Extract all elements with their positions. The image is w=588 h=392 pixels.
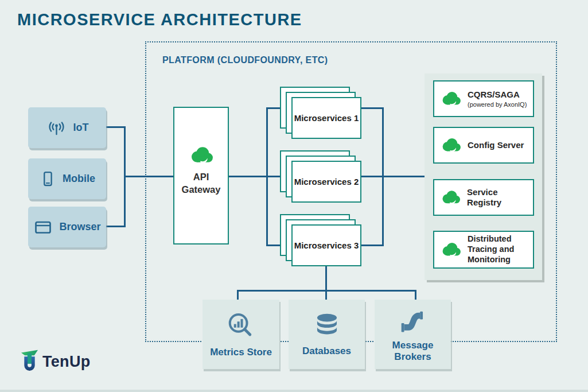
microservices-2-label: Microservices 2 (294, 177, 359, 187)
metrics-magnifier-icon (225, 311, 257, 343)
tenup-logo-text: TenUp (42, 353, 91, 371)
connector-stack3-down (325, 265, 327, 292)
service-card-service-registry: Service Registry (433, 179, 534, 216)
pipe-icon (398, 306, 429, 336)
connector-microservices-left-vertical (266, 107, 268, 246)
platform-label: PLATFORM (CLOUDFOUNDRY, ETC) (162, 55, 328, 65)
service-title: Distributed Tracing and Monitoring (468, 234, 529, 265)
infra-box-databases: Databases (289, 300, 365, 369)
mobile-phone-icon (39, 170, 56, 188)
cloud-icon (188, 146, 215, 165)
browser-window-icon (33, 219, 53, 236)
service-title: CQRS/SAGA (468, 90, 527, 100)
service-card-config-server: Config Server (433, 127, 534, 164)
infra-box-message-brokers: Message Brokers (375, 300, 451, 369)
client-label: Browser (59, 221, 100, 233)
microservices-1-card: Microservices 1 (291, 97, 361, 139)
infra-label: Databases (302, 346, 351, 357)
service-card-distributed-tracing: Distributed Tracing and Monitoring (433, 231, 534, 269)
page-title: MICROSERVICE ARCHITECTURE (17, 10, 302, 29)
infra-label: Metrics Store (210, 347, 272, 358)
connector-iot (106, 126, 126, 128)
client-box-iot: IoT (28, 107, 106, 148)
microservices-2-card: Microservices 2 (291, 161, 361, 203)
microservices-1-label: Microservices 1 (294, 113, 359, 123)
cloud-icon (439, 189, 462, 206)
iot-antenna-icon (46, 119, 67, 137)
bottom-edge-divider (0, 390, 588, 392)
service-title: Service Registry (467, 187, 533, 208)
microservices-3-card: Microservices 3 (291, 224, 361, 266)
cloud-icon (439, 242, 462, 258)
service-card-cqrs-saga: CQRS/SAGA (powered by AxonIQ) (433, 80, 534, 117)
connector-clients-to-gateway (124, 176, 174, 177)
architecture-diagram: MICROSERVICE ARCHITECTURE PLATFORM (CLOU… (0, 0, 588, 392)
database-icon (312, 312, 342, 341)
infra-label: Message Brokers (381, 340, 445, 363)
cloud-icon (439, 137, 462, 154)
platform-services-panel: CQRS/SAGA (powered by AxonIQ) Config Ser… (425, 73, 542, 280)
tenup-logo: TenUp (21, 348, 91, 375)
tenup-logo-mark-icon (21, 348, 38, 375)
client-label: IoT (73, 122, 89, 134)
service-subtitle: (powered by AxonIQ) (468, 101, 527, 108)
client-label: Mobile (63, 173, 95, 185)
api-gateway-line1: API (182, 170, 221, 183)
infra-box-metrics-store: Metrics Store (203, 300, 279, 369)
service-title: Config Server (468, 140, 524, 150)
client-box-browser: Browser (28, 207, 106, 247)
cloud-icon (439, 91, 462, 107)
connector-browser (106, 226, 126, 227)
microservices-3-label: Microservices 3 (294, 240, 359, 250)
client-box-mobile: Mobile (28, 158, 106, 199)
api-gateway-label: API Gateway (182, 170, 221, 196)
api-gateway-line2: Gateway (182, 183, 221, 196)
connector-microservices-right-vertical (382, 107, 384, 246)
api-gateway-box: API Gateway (173, 107, 229, 244)
